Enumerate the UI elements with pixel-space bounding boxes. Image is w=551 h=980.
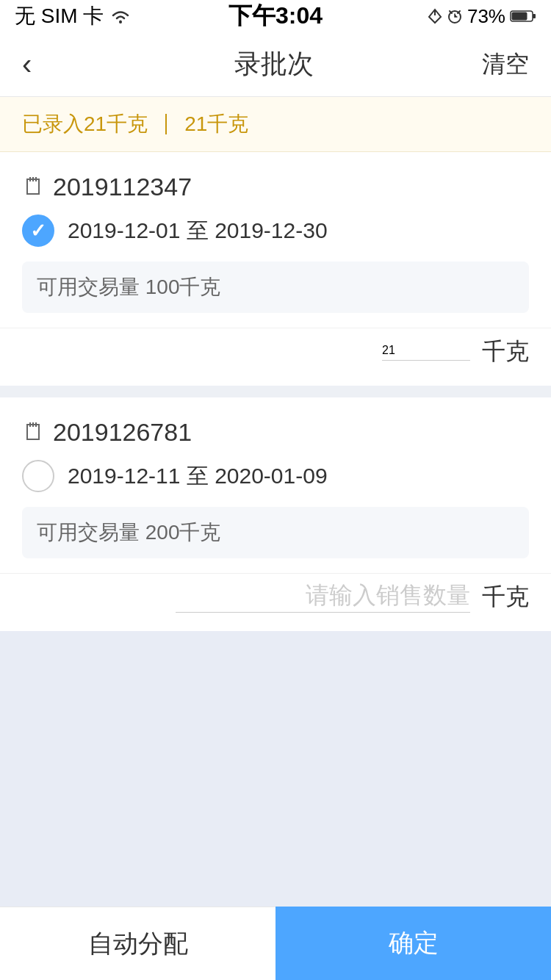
wifi-icon (109, 8, 132, 24)
batch-id-row-2: 🗒 2019126781 (0, 397, 551, 454)
nav-bar: ‹ 录批次 清空 (0, 32, 551, 97)
quantity-value-1: 21 (382, 344, 470, 361)
auto-distribute-button[interactable]: 自动分配 (0, 907, 276, 980)
input-unit-2: 千克 (482, 581, 529, 613)
status-right: 73% (428, 5, 536, 28)
location-icon (428, 8, 442, 24)
bottom-bar: 自动分配 确定 (0, 907, 551, 980)
status-time: 下午3:04 (228, 0, 323, 32)
batch-id-row-1: 🗒 2019112347 (0, 152, 551, 209)
summary-banner: 已录入21千克 21千克 (0, 97, 551, 152)
available-row-1: 可用交易量 100千克 (22, 262, 529, 313)
alarm-icon (447, 8, 463, 24)
svg-rect-3 (533, 14, 536, 18)
quantity-number-1: 21 (382, 344, 395, 356)
batch-date-row-1[interactable]: 2019-12-01 至 2019-12-30 (0, 209, 551, 253)
batch-date-1: 2019-12-01 至 2019-12-30 (68, 216, 328, 246)
status-bar: 无 SIM 卡 下午3:04 73% (0, 0, 551, 32)
gray-area (0, 631, 551, 925)
available-row-2: 可用交易量 200千克 (22, 507, 529, 558)
batch-id-2: 2019126781 (53, 418, 192, 447)
input-row-2: 千克 (0, 573, 551, 631)
clear-button[interactable]: 清空 (482, 48, 529, 81)
svg-point-0 (119, 21, 122, 24)
batch-date-row-2[interactable]: 2019-12-11 至 2020-01-09 (0, 454, 551, 498)
batch-item-2: 🗒 2019126781 2019-12-11 至 2020-01-09 可用交… (0, 397, 551, 631)
batch-date-2: 2019-12-11 至 2020-01-09 (68, 461, 328, 491)
summary-label: 已录入21千克 (22, 110, 148, 138)
batch-id-1: 2019112347 (53, 173, 192, 201)
available-text-1: 可用交易量 100千克 (37, 275, 221, 298)
summary-value: 21千克 (184, 110, 248, 138)
battery-icon (510, 10, 536, 23)
radio-button-1[interactable] (22, 215, 54, 247)
section-divider (0, 386, 551, 397)
radio-button-2[interactable] (22, 460, 54, 492)
page-title: 录批次 (234, 46, 314, 82)
quantity-unit-1: 千克 (482, 336, 529, 368)
svg-rect-4 (512, 12, 527, 21)
status-left: 无 SIM 卡 (15, 2, 132, 30)
batch-item-1: 🗒 2019112347 2019-12-01 至 2019-12-30 可用交… (0, 152, 551, 386)
batch-icon-1: 🗒 (22, 173, 46, 201)
available-text-2: 可用交易量 200千克 (37, 521, 221, 544)
quantity-input-2[interactable] (176, 582, 470, 613)
battery-text: 73% (467, 5, 505, 28)
summary-divider (165, 114, 167, 134)
batch-icon-2: 🗒 (22, 419, 46, 446)
confirm-button[interactable]: 确定 (276, 907, 551, 980)
carrier-text: 无 SIM 卡 (15, 2, 104, 30)
back-button[interactable]: ‹ (22, 48, 66, 81)
quantity-row-1: 21 千克 (0, 328, 551, 386)
